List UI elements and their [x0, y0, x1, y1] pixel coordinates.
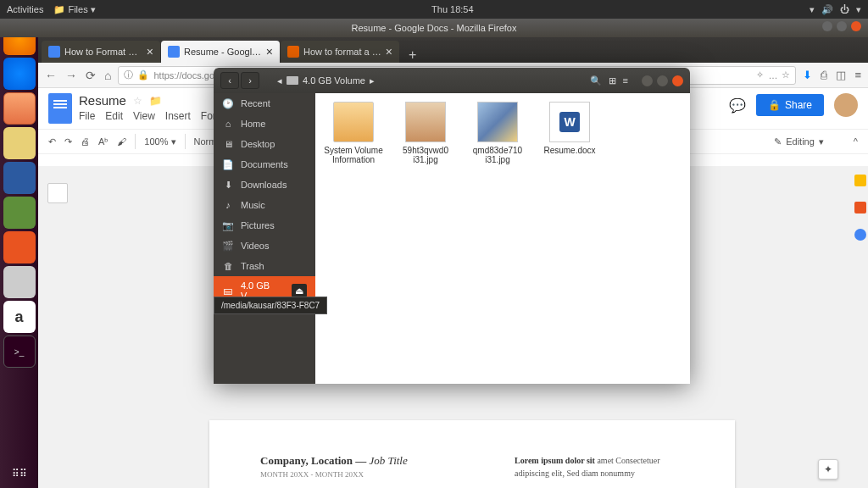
undo-icon[interactable]: ↶ — [48, 136, 56, 147]
lock-icon: 🔒 — [137, 69, 149, 80]
file-item[interactable]: System Volume Information — [324, 102, 383, 164]
move-folder-icon[interactable]: 📁 — [149, 95, 162, 107]
file-thumbnail — [549, 102, 590, 142]
minimize-button[interactable] — [822, 21, 832, 31]
files-content-area[interactable]: System Volume Information59ht3qvwd0i31.j… — [315, 93, 690, 384]
files-window: ‹ › ◂ 4.0 GB Volume ▸ 🔍 ⊞ ≡ 🕑Recent⌂Home… — [214, 68, 690, 384]
document-page[interactable]: Company, Location — Job Title MONTH 20XX… — [209, 420, 735, 488]
libreoffice-calc-launcher[interactable] — [3, 197, 36, 229]
reload-button[interactable]: ⟳ — [86, 69, 96, 82]
volume-icon[interactable]: 🔊 — [821, 4, 833, 15]
rhythmbox-launcher[interactable] — [3, 127, 36, 159]
menu-file[interactable]: File — [79, 110, 95, 122]
search-icon[interactable]: 🔍 — [590, 75, 602, 86]
app-menu[interactable]: 📁Files ▾ — [53, 4, 95, 15]
back-button[interactable]: ← — [45, 69, 57, 82]
sidebar-item-music[interactable]: ♪Music — [214, 195, 315, 215]
sidebar-item-videos[interactable]: 🎬Videos — [214, 236, 315, 256]
home-button[interactable]: ⌂ — [104, 69, 111, 82]
sidebar-item-recent[interactable]: 🕑Recent — [214, 93, 315, 114]
files-back-button[interactable]: ‹ — [220, 72, 239, 89]
account-avatar[interactable] — [834, 93, 858, 117]
paint-format-icon[interactable]: 🖌 — [117, 136, 126, 147]
file-item[interactable]: Resume.docx — [540, 102, 599, 164]
lock-icon: 🔒 — [768, 99, 781, 111]
clock[interactable]: Thu 18:54 — [96, 4, 810, 14]
library-icon[interactable]: ⎙ — [821, 69, 827, 81]
tab-strip: How to Format USB Dri...× Resume - Googl… — [38, 37, 868, 63]
share-button[interactable]: 🔒Share — [756, 94, 824, 116]
calendar-addon-icon[interactable] — [854, 175, 866, 186]
amazon-launcher[interactable]: a — [3, 301, 36, 333]
tab-close-icon[interactable]: × — [266, 45, 273, 58]
network-icon[interactable]: ▾ — [810, 4, 815, 15]
info-icon[interactable]: ⓘ — [124, 69, 133, 81]
sidebar-item-pictures[interactable]: 📷Pictures — [214, 215, 315, 236]
tab-close-icon[interactable]: × — [386, 45, 392, 58]
software-launcher[interactable] — [3, 231, 36, 263]
files-close-button[interactable] — [672, 75, 683, 86]
files-minimize-button[interactable] — [642, 75, 653, 86]
file-item[interactable]: qmd83de710i31.jpg — [468, 102, 527, 164]
sidebar-item-desktop[interactable]: 🖥Desktop — [214, 134, 315, 154]
maximize-button[interactable] — [837, 21, 847, 31]
activities-button[interactable]: Activities — [7, 4, 43, 14]
bookmark-star-icon[interactable]: ☆ — [782, 69, 790, 80]
menu-edit[interactable]: Edit — [105, 110, 123, 122]
explore-button[interactable]: ✦ — [818, 459, 838, 480]
browser-tab[interactable]: How to format a USB fl...× — [281, 41, 399, 63]
sidebar-item-downloads[interactable]: ⬇Downloads — [214, 175, 315, 195]
sidebar-item-documents[interactable]: 📄Documents — [214, 154, 315, 175]
keep-addon-icon[interactable] — [854, 202, 866, 214]
eject-icon[interactable]: ⏏ — [292, 284, 307, 297]
gnome-topbar: Activities 📁Files ▾ Thu 18:54 ▾ 🔊 ⏻ ▾ — [0, 0, 868, 19]
close-button[interactable] — [851, 21, 861, 31]
window-titlebar: Resume - Google Docs - Mozilla Firefox — [0, 19, 868, 37]
sidebar-icon[interactable]: ◫ — [836, 69, 846, 81]
browser-tab-active[interactable]: Resume - Google Docs× — [161, 41, 280, 63]
tasks-addon-icon[interactable] — [854, 229, 866, 241]
print-icon[interactable]: 🖨 — [81, 136, 90, 147]
help-launcher[interactable] — [3, 266, 36, 298]
editing-mode-button[interactable]: ✎Editing▾ — [765, 136, 832, 147]
thunderbird-launcher[interactable] — [3, 58, 36, 90]
file-thumbnail — [477, 102, 518, 142]
file-thumbnail — [405, 102, 446, 142]
docs-logo-icon[interactable] — [48, 93, 72, 124]
menu-view[interactable]: View — [133, 110, 155, 122]
downloads-icon[interactable]: ⬇ — [803, 69, 812, 81]
document-title[interactable]: Resume — [79, 93, 126, 108]
new-tab-button[interactable]: + — [400, 47, 425, 63]
outline-toggle-icon[interactable] — [47, 183, 68, 203]
pencil-icon: ✎ — [774, 136, 782, 147]
files-forward-button[interactable]: › — [241, 72, 259, 89]
view-grid-icon[interactable]: ⊞ — [609, 75, 616, 86]
menu-insert[interactable]: Insert — [165, 110, 191, 122]
files-sidebar: 🕑Recent⌂Home🖥Desktop📄Documents⬇Downloads… — [214, 93, 315, 384]
terminal-launcher[interactable]: >_ — [3, 336, 36, 368]
forward-button[interactable]: → — [65, 69, 77, 82]
sidebar-item-home[interactable]: ⌂Home — [214, 114, 315, 134]
comments-icon[interactable]: 💬 — [729, 97, 746, 114]
show-apps-icon[interactable]: ⠿⠿ — [12, 468, 27, 480]
files-maximize-button[interactable] — [657, 75, 668, 86]
zoom-select[interactable]: 100% ▾ — [144, 136, 175, 147]
files-launcher[interactable] — [3, 92, 36, 125]
drive-icon: 🖴 — [222, 285, 234, 297]
star-icon[interactable]: ☆ — [133, 95, 142, 107]
file-thumbnail — [333, 102, 374, 142]
collapse-icon[interactable]: ^ — [854, 136, 858, 147]
tab-close-icon[interactable]: × — [147, 45, 153, 58]
system-menu-icon[interactable]: ▾ — [856, 4, 861, 15]
menu-icon[interactable]: ≡ — [854, 69, 861, 81]
redo-icon[interactable]: ↷ — [64, 136, 72, 147]
path-tooltip: /media/kausar/83F3-F8C7 — [214, 297, 327, 314]
path-bar[interactable]: ◂ 4.0 GB Volume ▸ — [264, 75, 585, 86]
sidebar-item-trash[interactable]: 🗑Trash — [214, 256, 315, 276]
spellcheck-icon[interactable]: Aᵇ — [98, 136, 108, 147]
file-item[interactable]: 59ht3qvwd0i31.jpg — [396, 102, 455, 164]
view-options-icon[interactable]: ≡ — [623, 75, 628, 86]
browser-tab[interactable]: How to Format USB Dri...× — [42, 41, 160, 63]
libreoffice-writer-launcher[interactable] — [3, 162, 36, 194]
power-icon[interactable]: ⏻ — [840, 4, 849, 15]
